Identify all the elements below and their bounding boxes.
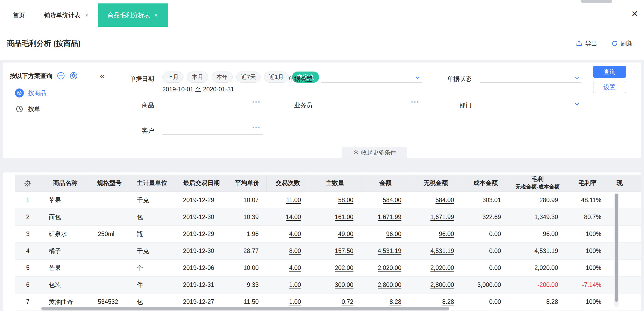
tab-1[interactable]: 销货单统计表×	[34, 3, 98, 27]
settings-button[interactable]: 设置	[593, 81, 626, 93]
vertical-scrollbar[interactable]	[614, 193, 619, 307]
date-preset-2[interactable]: 本年	[212, 72, 233, 83]
more-options-icon[interactable]: ···	[252, 123, 261, 132]
column-header-amount[interactable]: 金额	[361, 175, 409, 192]
cell-notax[interactable]: 96.00	[409, 225, 462, 242]
vertical-scroll-thumb[interactable]	[615, 194, 618, 302]
scheme-settings-button[interactable]	[69, 72, 78, 80]
date-preset-0[interactable]: 上月	[162, 72, 184, 83]
table-row[interactable]: 6包装件2019-12-319.331.00300.002,800.002,80…	[15, 276, 641, 293]
column-header-rate[interactable]: 毛利率	[566, 175, 609, 192]
cell-amount[interactable]: 2,020.00	[361, 259, 409, 276]
date-preset-1[interactable]: 本月	[187, 72, 208, 83]
cell-rate: -7.14%	[566, 276, 609, 293]
cell-count[interactable]: 4.00	[267, 225, 309, 242]
column-header-price[interactable]: 平均单价	[228, 175, 266, 192]
cell-unit: 包	[129, 208, 175, 225]
cell-cost: 0.00	[462, 225, 509, 242]
cell-name: 包装	[41, 276, 90, 293]
table-row[interactable]: 1苹果千克2019-12-2910.0711.0058.00584.00584.…	[15, 192, 641, 208]
column-header-qty[interactable]: 主数量	[309, 175, 361, 192]
tab-close-icon[interactable]: ×	[154, 12, 158, 18]
column-header-name[interactable]: 商品名称	[41, 175, 90, 192]
tab-close-icon[interactable]: ×	[85, 12, 88, 18]
column-header-date[interactable]: 最后交易日期	[175, 175, 228, 192]
product-input[interactable]: ···	[162, 97, 263, 109]
salesman-input[interactable]: ···	[321, 97, 422, 109]
cell-overflow	[609, 259, 641, 276]
scheme-item-label: 按商品	[28, 89, 46, 97]
close-tabs-button[interactable]: ×	[625, 0, 644, 27]
cell-notax[interactable]: 2,020.00	[409, 259, 462, 276]
doc-status-select[interactable]	[480, 71, 581, 83]
browser-scroll-thumb[interactable]	[581, 0, 612, 3]
scheme-item-1[interactable]: 按单	[15, 104, 46, 113]
tab-0[interactable]: 首页	[3, 3, 34, 27]
page-actions: 导出 刷新	[576, 39, 633, 48]
cell-name: 芒果	[41, 259, 90, 276]
cell-rate: 100%	[566, 242, 609, 259]
add-scheme-button[interactable]	[57, 72, 65, 80]
column-header-profit[interactable]: 毛利无税金额-成本金额	[509, 175, 566, 192]
cell-qty[interactable]: 157.50	[309, 242, 361, 259]
cell-rate: 48.11%	[566, 192, 609, 208]
cell-qty[interactable]: 300.00	[309, 276, 361, 293]
cell-spec	[90, 276, 129, 293]
cell-qty[interactable]: 161.00	[309, 208, 361, 225]
column-settings-button[interactable]	[15, 175, 41, 192]
tab-label: 商品毛利分析表	[108, 11, 150, 19]
department-select[interactable]	[480, 97, 581, 109]
table-row[interactable]: 4橘子千克2019-12-3028.778.00157.504,531.194,…	[15, 242, 641, 259]
cell-notax[interactable]: 584.00	[409, 192, 462, 208]
cell-count[interactable]: 8.00	[267, 242, 309, 259]
doc-type-select[interactable]	[321, 71, 422, 83]
cell-unit: 个	[129, 259, 175, 276]
query-button[interactable]: 查询	[593, 66, 626, 78]
table-row[interactable]: 5芒果个2019-12-0610.004.00202.002,020.002,0…	[15, 259, 641, 276]
cell-amount[interactable]: 96.00	[361, 225, 409, 242]
cell-notax[interactable]: 2,800.00	[409, 276, 462, 293]
table-row[interactable]: 3矿泉水250ml瓶2019-12-291.964.0049.0096.0096…	[15, 225, 641, 242]
horizontal-scrollbar[interactable]	[15, 307, 613, 310]
cell-amount[interactable]: 2,800.00	[361, 276, 409, 293]
chevron-down-icon	[574, 75, 580, 81]
export-icon	[576, 40, 583, 47]
column-header-count[interactable]: 交易次数	[267, 175, 309, 192]
cell-amount[interactable]: 1,671.99	[361, 208, 409, 225]
cell-notax[interactable]: 4,531.19	[409, 242, 462, 259]
cell-price: 10.07	[228, 192, 266, 208]
cell-amount[interactable]: 4,531.19	[361, 242, 409, 259]
cell-count[interactable]: 14.00	[267, 208, 309, 225]
cell-spec	[90, 259, 129, 276]
cube-icon	[15, 88, 24, 97]
column-header-unit[interactable]: 主计量单位	[129, 175, 175, 192]
table-row[interactable]: 2面包包2019-12-3010.3914.00161.001,671.991,…	[15, 208, 641, 225]
export-button[interactable]: 导出	[576, 39, 597, 48]
date-preset-3[interactable]: 近7天	[236, 72, 261, 83]
cell-name: 矿泉水	[41, 225, 90, 242]
doc-status-label: 单据状态	[419, 75, 472, 83]
refresh-button[interactable]: 刷新	[611, 39, 633, 48]
scheme-item-0[interactable]: 按商品	[15, 88, 46, 97]
cell-unit: 件	[129, 276, 175, 293]
cell-price: 10.00	[228, 259, 266, 276]
tab-2[interactable]: 商品毛利分析表×	[98, 3, 168, 27]
cell-date: 2019-12-29	[175, 225, 228, 242]
cell-amount[interactable]: 584.00	[361, 192, 409, 208]
app-root: 首页销货单统计表×商品毛利分析表× × 商品毛利分析 (按商品) 导出 刷新	[0, 0, 644, 311]
horizontal-scroll-thumb[interactable]	[41, 307, 449, 310]
cell-qty[interactable]: 202.00	[309, 259, 361, 276]
customer-input[interactable]: ···	[162, 123, 263, 135]
column-header-cost[interactable]: 成本金额	[462, 175, 509, 192]
collapse-more-button[interactable]: 收起更多条件	[342, 147, 407, 158]
cell-qty[interactable]: 49.00	[309, 225, 361, 242]
cell-qty[interactable]: 58.00	[309, 192, 361, 208]
column-header-notax[interactable]: 无税金额	[409, 175, 462, 192]
cell-count[interactable]: 1.00	[267, 276, 309, 293]
column-header-spec[interactable]: 规格型号	[90, 175, 129, 192]
cell-overflow	[609, 293, 641, 310]
cell-notax[interactable]: 1,671.99	[409, 208, 462, 225]
date-range-text[interactable]: 2019-10-01 至 2020-01-31	[162, 85, 234, 94]
cell-count[interactable]: 4.00	[267, 259, 309, 276]
cell-count[interactable]: 11.00	[267, 192, 309, 208]
